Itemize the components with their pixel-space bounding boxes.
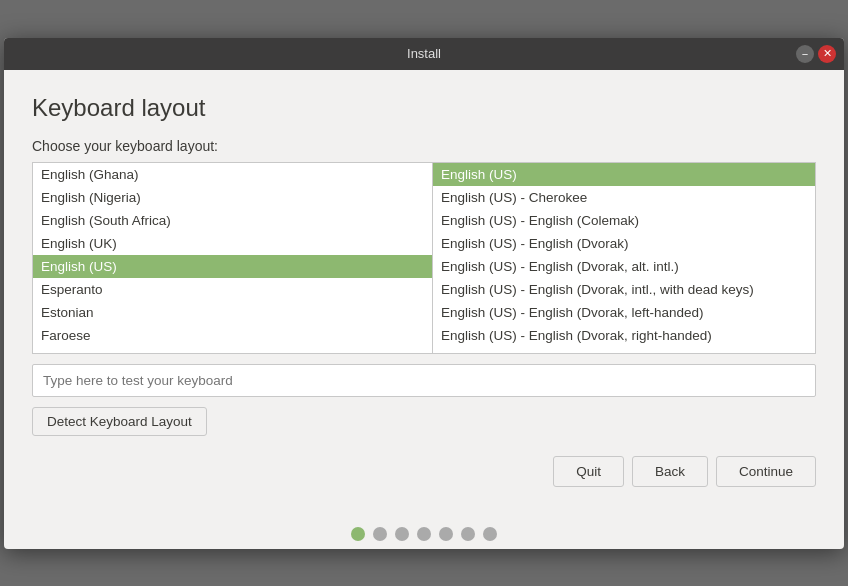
progress-dot-2 bbox=[395, 527, 409, 541]
choose-label: Choose your keyboard layout: bbox=[32, 138, 816, 154]
progress-dot-5 bbox=[461, 527, 475, 541]
lang-list-item[interactable]: English (Ghana) bbox=[33, 163, 432, 186]
language-list[interactable]: English (Ghana)English (Nigeria)English … bbox=[33, 163, 433, 353]
detect-keyboard-button[interactable]: Detect Keyboard Layout bbox=[32, 407, 207, 436]
lang-list-item[interactable]: English (UK) bbox=[33, 232, 432, 255]
footer-buttons: Quit Back Continue bbox=[32, 456, 816, 491]
layout-list-item[interactable]: English (US) - English (Dvorak, left-han… bbox=[433, 301, 815, 324]
page-title: Keyboard layout bbox=[32, 94, 816, 122]
keyboard-test-input[interactable] bbox=[32, 364, 816, 397]
layout-list-item[interactable]: English (US) - English (Dvorak, intl., w… bbox=[433, 278, 815, 301]
back-button[interactable]: Back bbox=[632, 456, 708, 487]
install-window: Install − ✕ Keyboard layout Choose your … bbox=[4, 38, 844, 549]
test-input-wrap bbox=[32, 364, 816, 397]
progress-dot-3 bbox=[417, 527, 431, 541]
lists-container: English (Ghana)English (Nigeria)English … bbox=[32, 162, 816, 354]
layout-list-item[interactable]: English (US) - English (Colemak) bbox=[433, 209, 815, 232]
lang-list-item[interactable]: English (South Africa) bbox=[33, 209, 432, 232]
lang-list-item[interactable]: English (US) bbox=[33, 255, 432, 278]
progress-dot-4 bbox=[439, 527, 453, 541]
lang-list-item[interactable]: English (Nigeria) bbox=[33, 186, 432, 209]
window-title: Install bbox=[407, 46, 441, 61]
layout-list-item[interactable]: English (US) - Cherokee bbox=[433, 186, 815, 209]
progress-dots bbox=[4, 511, 844, 549]
minimize-button[interactable]: − bbox=[796, 45, 814, 63]
continue-button[interactable]: Continue bbox=[716, 456, 816, 487]
layout-list[interactable]: English (US)English (US) - CherokeeEngli… bbox=[433, 163, 815, 353]
window-controls: − ✕ bbox=[796, 45, 836, 63]
close-button[interactable]: ✕ bbox=[818, 45, 836, 63]
quit-button[interactable]: Quit bbox=[553, 456, 624, 487]
progress-dot-6 bbox=[483, 527, 497, 541]
lang-list-item[interactable]: Faroese bbox=[33, 324, 432, 347]
layout-list-item[interactable]: English (US) bbox=[433, 163, 815, 186]
layout-list-item[interactable]: English (US) - English (Dvorak) bbox=[433, 232, 815, 255]
lang-list-item[interactable]: Estonian bbox=[33, 301, 432, 324]
layout-list-item[interactable]: English (US) - English (Dvorak, alt. int… bbox=[433, 255, 815, 278]
page-content: Keyboard layout Choose your keyboard lay… bbox=[4, 70, 844, 511]
progress-dot-0 bbox=[351, 527, 365, 541]
progress-dot-1 bbox=[373, 527, 387, 541]
layout-list-item[interactable]: English (US) - English (Dvorak, right-ha… bbox=[433, 324, 815, 347]
lang-list-item[interactable]: Esperanto bbox=[33, 278, 432, 301]
lang-list-item[interactable]: Filipino bbox=[33, 347, 432, 353]
titlebar: Install − ✕ bbox=[4, 38, 844, 70]
